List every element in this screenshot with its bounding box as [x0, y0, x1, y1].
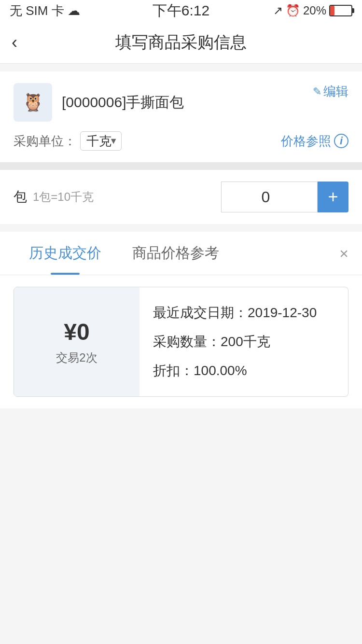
- discount-label: 折扣：: [153, 363, 194, 378]
- alarm-icon: ⏰: [286, 4, 300, 17]
- quantity-input[interactable]: [221, 182, 318, 212]
- price-ref-icon: i: [334, 134, 348, 148]
- location-icon: ↗: [273, 4, 283, 17]
- unit-select[interactable]: 千克: [80, 131, 122, 151]
- tab-product-price-ref[interactable]: 商品价格参考: [117, 232, 235, 275]
- divider-1: [0, 162, 362, 170]
- discount-value: 100.00%: [194, 363, 247, 378]
- transaction-left: ¥0 交易2次: [14, 287, 139, 396]
- pkg-icon: 包: [14, 188, 27, 206]
- battery-icon: [329, 5, 352, 16]
- status-right: ↗ ⏰ 20%: [273, 4, 352, 17]
- transaction-area: ¥0 交易2次 最近成交日期：2019-12-30 采购数量：200千克 折扣：…: [0, 275, 362, 408]
- tab-product-price-label: 商品价格参考: [132, 245, 219, 261]
- tab-section: 历史成交价 商品价格参考 × ¥0 交易2次 最近成交日期：2019-12-30…: [0, 232, 362, 408]
- battery-percent: 20%: [303, 4, 326, 17]
- quantity-plus-button[interactable]: +: [318, 182, 348, 212]
- product-header: 🦉 [0000006]手撕面包 ✎ 编辑: [14, 83, 348, 122]
- product-logo-icon: 🦉: [22, 92, 44, 112]
- edit-icon: ✎: [313, 85, 321, 98]
- sim-label: 无 SIM 卡 ☁: [10, 2, 80, 19]
- status-left: 无 SIM 卡 ☁: [10, 2, 80, 19]
- transaction-price: ¥0: [64, 319, 89, 345]
- unit-selector-group: 采购单位： 千克: [14, 131, 122, 151]
- battery-fill: [330, 6, 334, 15]
- tab-header: 历史成交价 商品价格参考 ×: [0, 232, 362, 275]
- product-unit-row: 采购单位： 千克 价格参照 i: [14, 131, 348, 151]
- unit-dropdown-wrapper[interactable]: 千克: [80, 131, 122, 151]
- transaction-qty: 采购数量：200千克: [153, 332, 334, 352]
- status-time: 下午6:12: [153, 1, 209, 21]
- quantity-left: 包 1包=10千克: [14, 188, 94, 206]
- product-logo: 🦉: [14, 83, 52, 122]
- transaction-discount: 折扣：100.00%: [153, 361, 334, 381]
- product-card: 🦉 [0000006]手撕面包 ✎ 编辑 采购单位： 千克 价格参照 i: [0, 71, 362, 162]
- transaction-card: ¥0 交易2次 最近成交日期：2019-12-30 采购数量：200千克 折扣：…: [14, 287, 348, 397]
- transaction-recent-date: 最近成交日期：2019-12-30: [153, 303, 334, 323]
- recent-date-value: 2019-12-30: [248, 305, 317, 320]
- qty-label: 采购数量：: [153, 334, 221, 349]
- qty-value: 200千克: [221, 334, 270, 349]
- back-button[interactable]: ‹: [12, 32, 17, 53]
- product-name: [0000006]手撕面包: [62, 93, 184, 112]
- page-title: 填写商品采购信息: [115, 31, 247, 54]
- pkg-ratio: 1包=10千克: [33, 189, 94, 205]
- transaction-count: 交易2次: [56, 350, 97, 365]
- price-ref-button[interactable]: 价格参照 i: [281, 133, 348, 150]
- product-left: 🦉 [0000006]手撕面包: [14, 83, 184, 122]
- recent-date-label: 最近成交日期：: [153, 305, 248, 320]
- tab-history-price[interactable]: 历史成交价: [14, 232, 117, 275]
- nav-bar: ‹ 填写商品采购信息: [0, 21, 362, 64]
- tab-close-button[interactable]: ×: [339, 244, 348, 262]
- edit-button[interactable]: ✎ 编辑: [313, 83, 348, 100]
- edit-label: 编辑: [323, 83, 348, 100]
- quantity-row: 包 1包=10千克 +: [0, 170, 362, 224]
- price-ref-label: 价格参照: [281, 133, 331, 150]
- status-bar: 无 SIM 卡 ☁ 下午6:12 ↗ ⏰ 20%: [0, 0, 362, 21]
- transaction-right: 最近成交日期：2019-12-30 采购数量：200千克 折扣：100.00%: [139, 287, 348, 396]
- tab-history-label: 历史成交价: [29, 245, 101, 261]
- quantity-input-wrapper: +: [221, 182, 348, 212]
- unit-label: 采购单位：: [14, 133, 76, 150]
